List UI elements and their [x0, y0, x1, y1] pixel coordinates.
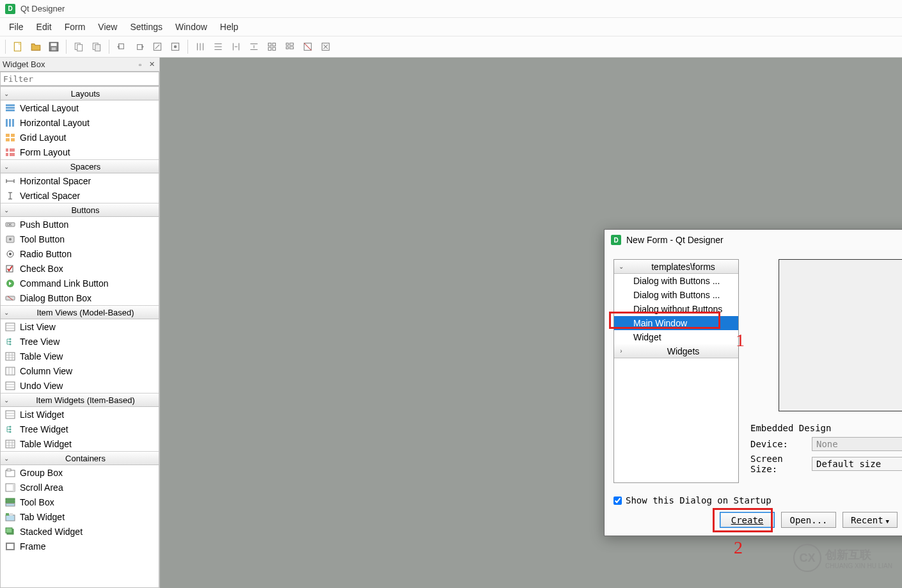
- widget-icon: [4, 147, 16, 157]
- menu-edit[interactable]: Edit: [30, 19, 58, 35]
- widget-box-list[interactable]: ⌄LayoutsVertical LayoutHorizontal Layout…: [0, 86, 159, 588]
- widget-icon: [4, 527, 16, 537]
- svg-rect-45: [6, 153, 8, 156]
- menu-view[interactable]: View: [91, 19, 123, 35]
- menu-settings[interactable]: Settings: [123, 19, 169, 35]
- save-file-icon[interactable]: [45, 38, 62, 55]
- svg-rect-8: [119, 44, 124, 49]
- widget-item-undo-view[interactable]: Undo View: [1, 378, 159, 393]
- open-file-icon[interactable]: [28, 38, 44, 55]
- chevron-right-icon: ›: [614, 347, 628, 354]
- layout-horiz-icon[interactable]: [192, 38, 209, 55]
- tree-item-dialog-buttons-2[interactable]: Dialog with Buttons ...: [614, 288, 738, 302]
- widget-item-stacked-widget[interactable]: Stacked Widget: [1, 524, 159, 539]
- menu-file[interactable]: File: [3, 19, 30, 35]
- tree-category-templates[interactable]: ⌄ templates\forms: [614, 260, 738, 274]
- widget-item-horizontal-spacer[interactable]: Horizontal Spacer: [1, 173, 159, 188]
- tree-item-widget[interactable]: Widget: [614, 330, 738, 344]
- widget-item-column-view[interactable]: Column View: [1, 363, 159, 378]
- widget-item-tree-widget[interactable]: Tree Widget: [1, 422, 159, 436]
- widget-item-tool-button[interactable]: Tool Button: [1, 232, 159, 246]
- widget-icon: [4, 191, 16, 201]
- category-spacers[interactable]: ⌄Spacers: [1, 159, 159, 173]
- close-icon[interactable]: ✕: [146, 60, 157, 70]
- template-tree[interactable]: ⌄ templates\forms Dialog with Buttons ..…: [613, 259, 739, 483]
- category-layouts[interactable]: ⌄Layouts: [1, 86, 159, 100]
- widget-item-list-view[interactable]: List View: [1, 319, 159, 334]
- category-containers[interactable]: ⌄Containers: [1, 451, 159, 465]
- paste-icon[interactable]: [88, 38, 105, 55]
- layout-vert-splitter-icon[interactable]: [246, 38, 262, 55]
- tree-item-main-window[interactable]: Main Window: [614, 316, 738, 330]
- tree-category-widgets[interactable]: › Widgets: [614, 344, 738, 358]
- send-back-icon[interactable]: [113, 38, 130, 55]
- svg-rect-39: [6, 134, 10, 137]
- widget-item-tab-widget[interactable]: Tab Widget: [1, 509, 159, 524]
- widget-item-check-box[interactable]: Check Box: [1, 261, 159, 276]
- widget-icon: [4, 409, 16, 420]
- new-file-icon[interactable]: [10, 38, 26, 55]
- bring-front-icon[interactable]: [131, 38, 148, 55]
- widget-item-table-view[interactable]: Table View: [1, 349, 159, 363]
- widget-item-grid-layout[interactable]: Grid Layout: [1, 130, 159, 145]
- svg-point-52: [9, 253, 12, 255]
- tree-item-dialog-no-buttons[interactable]: Dialog without Buttons: [614, 302, 738, 316]
- device-combo[interactable]: None▾: [812, 437, 902, 451]
- widget-item-tree-view[interactable]: Tree View: [1, 334, 159, 349]
- widget-item-frame[interactable]: Frame: [1, 539, 159, 553]
- svg-point-59: [10, 338, 12, 340]
- widget-item-list-widget[interactable]: List Widget: [1, 407, 159, 422]
- title-bar: D Qt Designer: [0, 0, 902, 18]
- svg-rect-79: [6, 440, 15, 448]
- svg-rect-37: [9, 119, 11, 127]
- widget-item-vertical-layout[interactable]: Vertical Layout: [1, 100, 159, 115]
- dialog-title-text: New Form - Qt Designer: [626, 235, 902, 245]
- menu-window[interactable]: Window: [169, 19, 214, 35]
- widget-item-group-box[interactable]: Group Box: [1, 465, 159, 480]
- create-button[interactable]: Create: [720, 512, 775, 528]
- tree-item-dialog-buttons-1[interactable]: Dialog with Buttons ...: [614, 274, 738, 288]
- detach-icon[interactable]: ▫: [135, 60, 145, 70]
- dialog-title-bar[interactable]: D New Form - Qt Designer ✕: [605, 230, 902, 250]
- break-layout-icon[interactable]: [299, 38, 316, 55]
- widget-item-horizontal-layout[interactable]: Horizontal Layout: [1, 115, 159, 130]
- layout-form-icon[interactable]: [281, 38, 298, 55]
- widget-icon: [4, 541, 16, 552]
- menu-help[interactable]: Help: [214, 19, 245, 35]
- widget-box-filter[interactable]: [0, 72, 159, 86]
- layout-vert-icon[interactable]: [210, 38, 226, 55]
- widget-item-push-button[interactable]: OKPush Button: [1, 217, 159, 232]
- widget-item-scroll-area[interactable]: Scroll Area: [1, 480, 159, 495]
- widget-item-table-widget[interactable]: Table Widget: [1, 436, 159, 451]
- filter-input[interactable]: [1, 72, 159, 85]
- widget-icon: [4, 176, 16, 186]
- category-buttons[interactable]: ⌄Buttons: [1, 203, 159, 217]
- copy-icon[interactable]: [70, 38, 87, 55]
- menu-form[interactable]: Form: [58, 19, 92, 35]
- open-button[interactable]: Open...: [781, 512, 836, 528]
- widget-item-form-layout[interactable]: Form Layout: [1, 145, 159, 159]
- category-item-widgets-item-based-[interactable]: ⌄Item Widgets (Item-Based): [1, 393, 159, 407]
- category-item-views-model-based-[interactable]: ⌄Item Views (Model-Based): [1, 305, 159, 319]
- edit-signals-icon[interactable]: [167, 38, 184, 55]
- show-on-startup-checkbox[interactable]: Show this Dialog on Startup: [613, 495, 902, 505]
- layout-horiz-splitter-icon[interactable]: [228, 38, 244, 55]
- svg-point-50: [9, 238, 12, 241]
- layout-grid-icon[interactable]: [264, 38, 280, 55]
- widget-item-dialog-button-box[interactable]: Dialog Button Box: [1, 290, 159, 305]
- svg-rect-46: [10, 153, 15, 156]
- chevron-down-icon: ▼: [886, 518, 889, 525]
- widget-item-vertical-spacer[interactable]: Vertical Spacer: [1, 188, 159, 203]
- widget-item-command-link-button[interactable]: Command Link Button: [1, 276, 159, 290]
- widget-item-tool-box[interactable]: Tool Box: [1, 495, 159, 509]
- edit-widgets-icon[interactable]: [149, 38, 166, 55]
- show-on-startup-input[interactable]: [613, 497, 622, 505]
- recent-button[interactable]: Recent▼: [843, 512, 898, 528]
- svg-rect-88: [6, 498, 15, 500]
- adjust-size-icon[interactable]: [317, 38, 334, 55]
- widget-icon: [4, 103, 16, 113]
- screen-size-combo[interactable]: Default size▾: [812, 457, 902, 471]
- widget-item-radio-button[interactable]: Radio Button: [1, 246, 159, 261]
- svg-rect-40: [11, 134, 15, 137]
- svg-rect-9: [138, 45, 143, 50]
